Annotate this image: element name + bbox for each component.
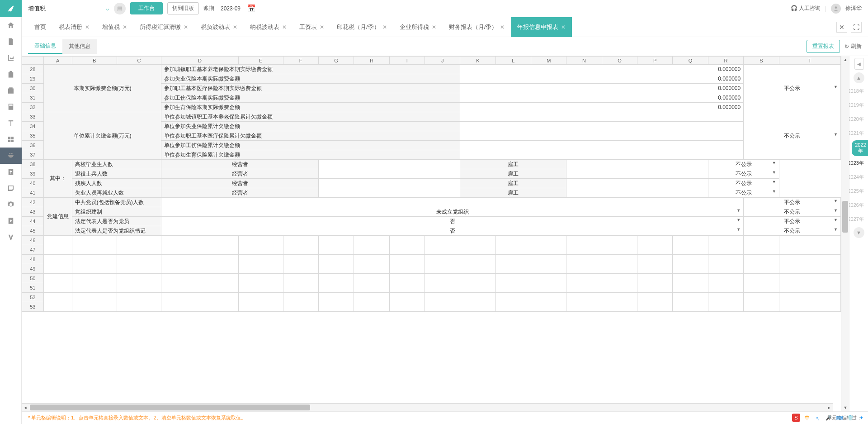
company-selector[interactable]: 增值税 ⌵ [28, 5, 109, 13]
topbar: 增值税 ⌵ ▤ 工作台 切到旧版 账期 2023-09 📅 🎧 人工咨询 | 徐… [22, 0, 868, 17]
tab-首页[interactable]: 首页 [28, 17, 52, 37]
ime-taskbar: S 中 •, 🎤 ⌨ 👕 ✦ [789, 411, 868, 424]
close-icon[interactable]: ✕ [382, 24, 387, 30]
nav-grid-icon[interactable] [0, 131, 22, 148]
ime-mic-icon[interactable]: 🎤 [825, 414, 833, 422]
horizontal-scrollbar[interactable]: ◄► [22, 403, 833, 411]
tabs-bar: 首页税表清册✕增值税✕所得税汇算清缴✕税负波动表✕纳税波动表✕工资表✕印花税（月… [22, 17, 868, 37]
tab-纳税波动表[interactable]: 纳税波动表✕ [244, 17, 293, 37]
tab-税负波动表[interactable]: 税负波动表✕ [194, 17, 244, 37]
year-2022年[interactable]: 2022年 [852, 140, 868, 156]
ime-tool-icon[interactable]: ✦ [857, 414, 865, 422]
nav-inbox-icon[interactable] [0, 180, 22, 196]
nav-chart-icon[interactable] [0, 50, 22, 66]
year-2025年[interactable]: 2025年 [848, 184, 868, 198]
ime-zh-icon[interactable]: 中 [803, 414, 811, 422]
tab-增值税[interactable]: 增值税✕ [96, 17, 133, 37]
svg-point-0 [835, 6, 837, 9]
switch-old-button[interactable]: 切到旧版 [167, 2, 199, 14]
year-2023年[interactable]: 2023年 [848, 156, 868, 170]
close-icon[interactable]: ✕ [184, 24, 188, 30]
close-icon[interactable]: ✕ [85, 24, 90, 30]
subtabs: 基础信息 其他信息 重置报表 ↻ 刷新 [22, 37, 868, 56]
nav-export-icon[interactable] [0, 164, 22, 180]
ime-s-icon[interactable]: S [792, 414, 800, 422]
nav-bag-icon[interactable] [0, 66, 22, 82]
support-link[interactable]: 🎧 人工咨询 [791, 5, 821, 12]
username[interactable]: 徐泽华 [845, 5, 862, 12]
year-collapse-icon[interactable]: ◀ [854, 58, 863, 70]
logo [0, 0, 22, 17]
tab-工资表[interactable]: 工资表✕ [293, 17, 330, 37]
close-icon[interactable]: ✕ [282, 24, 287, 30]
year-2027年[interactable]: 2027年 [848, 212, 868, 226]
spreadsheet[interactable]: ABCDEFGHIJKLMNOPQRST28本期实际缴费金额(万元)参加城镇职工… [22, 56, 841, 403]
nav-v-icon[interactable] [0, 229, 22, 245]
footer-hint: * 单元格编辑说明：1、点击单元格直接录入数值或文本。2、清空单元格数值或文本恢… [28, 414, 246, 421]
ime-kbd-icon[interactable]: ⌨ [835, 414, 844, 422]
footer: * 单元格编辑说明：1、点击单元格直接录入数值或文本。2、清空单元格数值或文本恢… [22, 411, 868, 424]
close-icon[interactable]: ✕ [233, 24, 237, 30]
year-down-icon[interactable]: ▼ [854, 227, 864, 238]
nav-doc-icon[interactable] [0, 33, 22, 50]
refresh-button[interactable]: ↻ 刷新 [844, 43, 862, 50]
note-icon[interactable]: ▤ [114, 3, 126, 14]
ime-punct-icon[interactable]: •, [814, 414, 822, 422]
nav-active-icon[interactable] [0, 148, 22, 164]
nav-home-icon[interactable] [0, 17, 22, 33]
nav-text-icon[interactable] [0, 115, 22, 131]
period-label: 账期 [203, 5, 214, 12]
tab-企业所得税[interactable]: 企业所得税✕ [393, 17, 443, 37]
reset-button[interactable]: 重置报表 [807, 40, 840, 53]
year-2018年[interactable]: 2018年 [848, 84, 868, 98]
avatar[interactable] [831, 4, 841, 14]
tab-expand-icon[interactable]: ⛶ [851, 22, 862, 33]
year-2024年[interactable]: 2024年 [848, 170, 868, 184]
nav-clipboard-icon[interactable] [0, 82, 22, 99]
nav-play-icon[interactable] [0, 213, 22, 229]
year-rail: ◀ ▲ 2018年2019年2020年2021年2022年2023年2024年2… [849, 56, 868, 411]
year-2026年[interactable]: 2026年 [848, 198, 868, 212]
close-icon[interactable]: ✕ [432, 24, 436, 30]
year-2020年[interactable]: 2020年 [848, 112, 868, 126]
workspace-button[interactable]: 工作台 [130, 2, 163, 14]
subtab-basic[interactable]: 基础信息 [28, 39, 62, 54]
tab-财务报表（月/季）[interactable]: 财务报表（月/季）✕ [443, 17, 511, 37]
close-icon[interactable]: ✕ [320, 24, 324, 30]
tab-印花税（月/季）[interactable]: 印花税（月/季）✕ [330, 17, 393, 37]
tab-年报信息申报表[interactable]: 年报信息申报表✕ [511, 17, 572, 37]
chevron-down-icon: ⌵ [106, 5, 109, 12]
tab-close-all-icon[interactable]: ✕ [836, 22, 847, 33]
vertical-scrollbar[interactable]: ▲▼ [841, 56, 849, 411]
tab-所得税汇算清缴[interactable]: 所得税汇算清缴✕ [133, 17, 194, 37]
close-icon[interactable]: ✕ [561, 24, 566, 30]
nav-calc-icon[interactable] [0, 99, 22, 115]
year-2019年[interactable]: 2019年 [848, 98, 868, 112]
calendar-icon[interactable]: 📅 [247, 4, 256, 13]
ime-skin-icon[interactable]: 👕 [846, 414, 854, 422]
year-2021年[interactable]: 2021年 [848, 126, 868, 140]
tab-税表清册[interactable]: 税表清册✕ [52, 17, 96, 37]
year-up-icon[interactable]: ▲ [854, 72, 864, 83]
period-value[interactable]: 2023-09 [221, 5, 241, 12]
sidebar [0, 0, 22, 424]
subtab-other[interactable]: 其他信息 [62, 39, 97, 54]
nav-settings-icon[interactable] [0, 196, 22, 213]
close-icon[interactable]: ✕ [123, 24, 127, 30]
close-icon[interactable]: ✕ [500, 24, 505, 30]
